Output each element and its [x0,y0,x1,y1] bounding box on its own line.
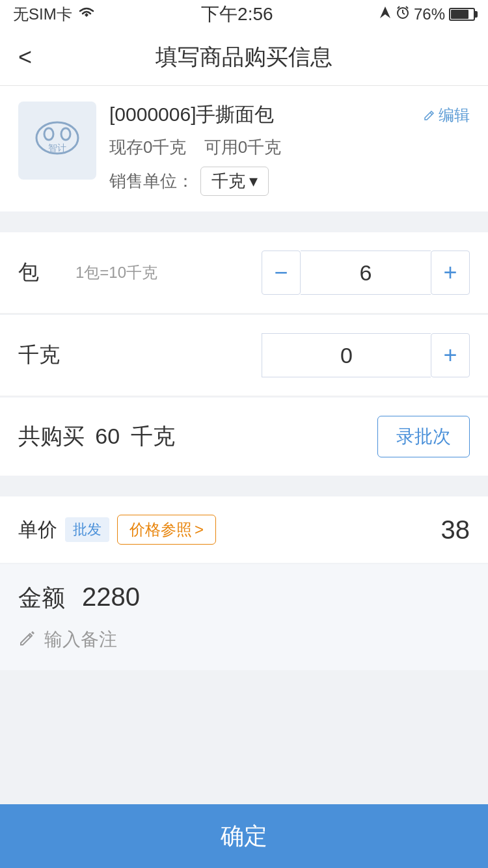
product-image: 智计 [18,102,96,180]
bao-hint: 1包=10千克 [75,262,262,283]
status-bar: 无SIM卡 下午2:56 76% [0,0,488,29]
svg-marker-0 [380,7,390,18]
svg-line-3 [403,13,405,14]
product-info: [0000006]手撕面包 编辑 现存0千克 可用0千克 销售单位： 千克 ▾ [109,102,470,196]
total-value: 60 [95,424,120,448]
edit-button[interactable]: 编辑 [423,105,470,126]
stock-text: 现存0千克 [109,137,186,157]
svg-line-11 [29,635,31,637]
wifi-icon [77,5,96,23]
bao-plus-button[interactable]: + [431,251,470,295]
bao-label: 包 [18,258,70,287]
edit-label: 编辑 [439,105,470,126]
product-card: 智计 [0000006]手撕面包 编辑 现存0千克 可用0千克 销售单位： 千克… [0,86,488,211]
amount-value: 2280 [82,582,140,611]
price-tag: 批发 [65,517,109,542]
price-ref-button[interactable]: 价格参照 > [117,515,216,545]
battery-icon [449,8,475,21]
bao-qty-input[interactable] [301,251,431,295]
page-title: 填写商品购买信息 [156,42,332,72]
bao-qty-control: − + [262,251,470,295]
remark-label: 输入备注 [44,627,117,652]
price-label: 单价 [18,517,57,543]
back-button[interactable]: < [18,44,32,71]
amount-label: 金额 [18,584,65,611]
svg-line-4 [398,7,400,8]
record-batch-button[interactable]: 录批次 [377,416,470,457]
chevron-down-icon: ▾ [249,171,258,191]
svg-text:智计: 智计 [48,142,66,153]
product-stock: 现存0千克 可用0千克 [109,136,470,159]
total-label: 共购买 [18,424,85,448]
kg-plus-button[interactable]: + [431,333,470,377]
product-logo-icon: 智计 [34,120,80,161]
bao-minus-button[interactable]: − [262,251,301,295]
alarm-icon [396,5,410,23]
product-name: [0000006]手撕面包 [109,102,274,128]
quantity-kg-section: 千克 + [0,315,488,396]
location-icon [379,5,392,23]
price-ref-label: 价格参照 [129,519,192,540]
total-text: 共购买 60 千克 [18,422,175,452]
amount-row: 金额 2280 [18,582,470,614]
separator-2 [0,486,488,496]
quantity-bao-row: 包 1包=10千克 − + [0,232,488,314]
kg-qty-control: + [262,333,470,377]
status-time: 下午2:56 [201,2,273,27]
svg-point-8 [61,128,70,140]
carrier-text: 无SIM卡 [13,4,72,25]
total-unit: 千克 [131,424,175,448]
kg-qty-input[interactable] [262,333,431,377]
separator-1 [0,222,488,232]
available-text: 可用0千克 [204,137,281,157]
amount-section: 金额 2280 输入备注 [0,564,488,670]
unit-value: 千克 [211,170,245,193]
product-unit-row: 销售单位： 千克 ▾ [109,167,470,196]
quantity-bao-section: 包 1包=10千克 − + [0,232,488,314]
unit-dropdown[interactable]: 千克 ▾ [200,167,269,196]
battery-percent: 76% [414,5,445,23]
kg-label: 千克 [18,341,70,370]
quantity-kg-row: 千克 + [0,315,488,396]
svg-line-10 [430,113,432,115]
product-name-row: [0000006]手撕面包 编辑 [109,102,470,128]
pencil-icon [18,629,36,651]
status-left: 无SIM卡 [13,4,96,25]
svg-point-7 [44,128,53,140]
unit-label: 销售单位： [109,170,194,193]
price-value: 38 [441,515,470,545]
status-right: 76% [379,5,475,23]
price-section: 单价 批发 价格参照 > 38 [0,496,488,563]
total-section: 共购买 60 千克 录批次 [0,398,488,476]
confirm-button[interactable]: 确定 [0,804,488,868]
chevron-right-icon: > [195,521,204,539]
svg-line-5 [406,7,408,8]
nav-bar: < 填写商品购买信息 [0,29,488,86]
remark-row[interactable]: 输入备注 [18,627,470,652]
